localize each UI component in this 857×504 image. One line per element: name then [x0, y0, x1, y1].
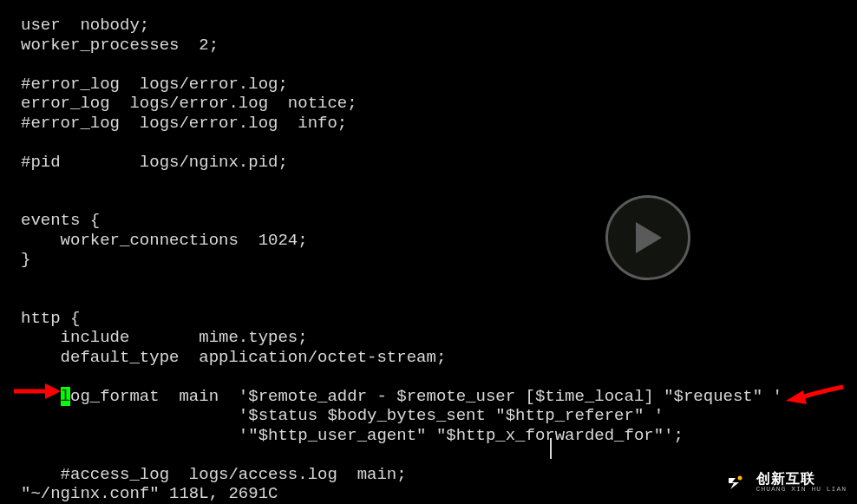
logo-text-en: CHUANG XIN HU LIAN: [756, 486, 847, 493]
watermark-logo: 创新互联 CHUANG XIN HU LIAN: [720, 468, 847, 497]
play-icon: [632, 220, 664, 255]
logo-icon: [720, 468, 749, 497]
svg-point-1: [737, 476, 742, 481]
logo-text-cn: 创新互联: [756, 472, 847, 486]
terminal-viewport: user nobody; worker_processes 2; #error_…: [0, 0, 857, 504]
play-button[interactable]: [605, 195, 690, 280]
cursor-highlight: l: [61, 387, 70, 406]
editor-content[interactable]: user nobody; worker_processes 2; #error_…: [0, 0, 857, 504]
